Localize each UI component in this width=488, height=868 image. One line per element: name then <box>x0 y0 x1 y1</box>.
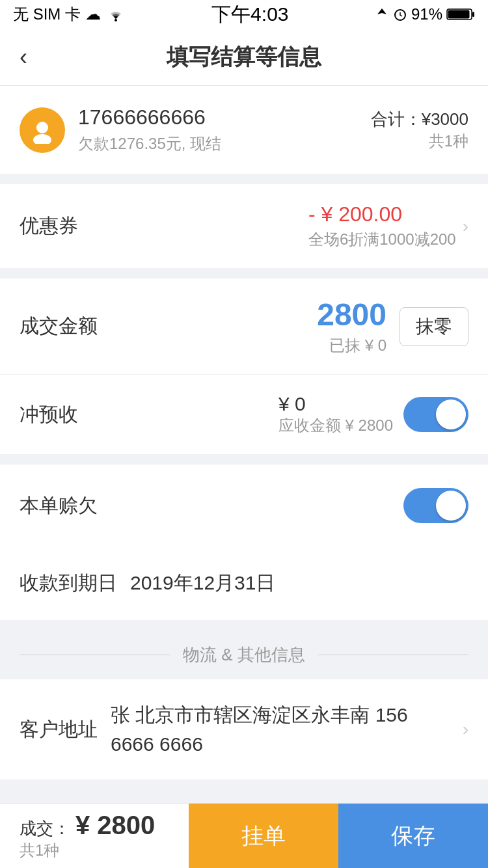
no-sim-text: 无 SIM 卡 ☁ <box>13 4 101 25</box>
svg-rect-4 <box>448 10 469 19</box>
hang-button[interactable]: 挂单 <box>189 804 338 868</box>
coupon-desc: 全场6折满1000减200 <box>308 229 456 250</box>
chong-toggle[interactable] <box>403 397 468 432</box>
coupon-label: 优惠券 <box>20 213 78 239</box>
customer-phone: 17666666666 <box>78 105 221 129</box>
nav-bar: ‹ 填写结算等信息 <box>0 29 488 86</box>
battery-icon <box>446 7 475 21</box>
divider-1 <box>0 174 488 184</box>
back-button[interactable]: ‹ <box>20 46 27 69</box>
coupon-chevron-icon: › <box>463 216 468 237</box>
divider-2 <box>0 268 488 278</box>
bensdan-toggle[interactable] <box>403 488 468 523</box>
address-row[interactable]: 客户地址 张 北京市市辖区海淀区永丰南 156 6666 6666 › <box>0 679 488 780</box>
svg-rect-3 <box>472 12 474 17</box>
coupon-amount: - ¥ 200.00 <box>308 202 456 226</box>
footer-trans-label: 成交： <box>20 817 70 840</box>
footer-info: 成交： ¥ 2800 共1种 <box>0 811 189 861</box>
avatar <box>20 107 65 153</box>
sep-line-right <box>318 655 468 655</box>
address-label: 客户地址 <box>20 716 98 743</box>
duedate-value: 2019年12月31日 <box>130 570 275 597</box>
wifi-icon <box>106 7 126 21</box>
footer-amount: ¥ 2800 <box>75 811 155 840</box>
coupon-row[interactable]: 优惠券 - ¥ 200.00 全场6折满1000减200 › <box>0 184 488 268</box>
transaction-amount-value: 2800 <box>317 297 386 332</box>
alarm-icon <box>393 7 407 21</box>
chong-yushou-row: 冲预收 ¥ 0 应收金额 ¥ 2800 <box>0 375 488 454</box>
save-button[interactable]: 保存 <box>338 804 488 868</box>
logistics-sep: 物流 & 其他信息 <box>0 631 488 679</box>
chong-toggle-knob <box>436 400 466 429</box>
logistics-sep-text: 物流 & 其他信息 <box>183 644 305 666</box>
svg-point-5 <box>36 122 48 133</box>
chong-label: 冲预收 <box>20 401 78 428</box>
bensdan-row: 本单赊欠 <box>0 465 488 547</box>
bensdan-label: 本单赊欠 <box>20 493 98 519</box>
total-label: 合计：¥3000 <box>371 108 468 131</box>
svg-point-6 <box>33 134 51 144</box>
chong-right: ¥ 0 应收金额 ¥ 2800 <box>278 393 468 436</box>
customer-total: 合计：¥3000 共1种 <box>371 108 468 152</box>
amount-erased: 已抹 ¥ 0 <box>317 335 386 356</box>
status-time: 下午4:03 <box>211 1 288 28</box>
customer-debt: 欠款1276.35元, 现结 <box>78 133 221 154</box>
customer-info: 17666666666 欠款1276.35元, 现结 <box>78 105 221 154</box>
page-title: 填写结算等信息 <box>167 42 321 72</box>
address-chevron-icon: › <box>463 719 468 740</box>
footer: 成交： ¥ 2800 共1种 挂单 保存 <box>0 803 488 868</box>
customer-card: 17666666666 欠款1276.35元, 现结 合计：¥3000 共1种 <box>0 86 488 174</box>
duedate-row: 收款到期日 2019年12月31日 <box>0 547 488 620</box>
status-left: 无 SIM 卡 ☁ <box>13 4 126 25</box>
location-icon <box>375 7 389 21</box>
transaction-amount-label: 成交金额 <box>20 313 98 340</box>
customer-left: 17666666666 欠款1276.35元, 现结 <box>20 105 221 154</box>
battery-text: 91% <box>411 5 442 23</box>
round-button[interactable]: 抹零 <box>400 307 468 346</box>
footer-count: 共1种 <box>20 840 169 861</box>
total-count: 共1种 <box>371 131 468 152</box>
chong-sub: 应收金额 ¥ 2800 <box>278 415 393 436</box>
transaction-amount-right: 2800 已抹 ¥ 0 抹零 <box>317 297 468 356</box>
address-value: 张 北京市市辖区海淀区永丰南 156 6666 6666 <box>111 700 450 759</box>
duedate-label: 收款到期日 <box>20 570 117 597</box>
coupon-right: - ¥ 200.00 全场6折满1000减200 › <box>308 202 468 250</box>
transaction-amount-row: 成交金额 2800 已抹 ¥ 0 抹零 <box>0 278 488 375</box>
sep-line-left <box>20 655 170 655</box>
divider-3 <box>0 454 488 465</box>
divider-4 <box>0 620 488 631</box>
svg-point-0 <box>115 19 117 21</box>
chong-value: ¥ 0 <box>278 393 393 415</box>
status-right: 91% <box>375 5 475 23</box>
status-bar: 无 SIM 卡 ☁ 下午4:03 91% <box>0 0 488 29</box>
bensdan-toggle-knob <box>436 491 466 521</box>
